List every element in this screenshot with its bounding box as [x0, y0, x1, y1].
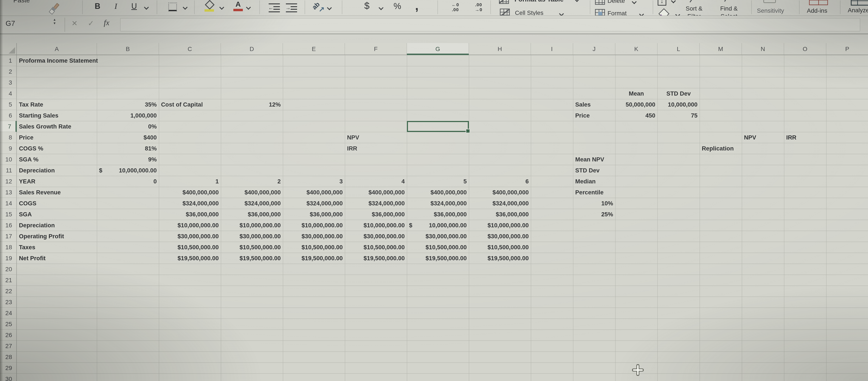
column-header-C[interactable]: C	[159, 43, 221, 55]
row-header-11[interactable]: 11	[0, 165, 17, 176]
spinner-down-icon[interactable]: ▼	[53, 21, 56, 25]
cell-D14[interactable]: $324,000,000	[221, 198, 283, 209]
row-header-29[interactable]: 29	[0, 362, 17, 374]
row-header-16[interactable]: 16	[0, 220, 17, 231]
row-header-24[interactable]: 24	[0, 308, 17, 319]
cell-H19[interactable]: $19,500,000.00	[469, 253, 531, 264]
cell-F18[interactable]: $10,500,000.00	[345, 242, 407, 253]
cell-D13[interactable]: $400,000,000	[221, 187, 283, 198]
column-header-O[interactable]: O	[784, 43, 826, 55]
row-header-15[interactable]: 15	[0, 209, 17, 220]
font-color-icon[interactable]: A	[233, 0, 243, 12]
row-header-14[interactable]: 14	[0, 198, 17, 209]
cell-E18[interactable]: $10,500,000.00	[283, 242, 345, 253]
cell-D12[interactable]: 2	[221, 176, 283, 187]
borders-dropdown-icon[interactable]	[183, 5, 188, 10]
increase-indent-icon[interactable]: →	[286, 3, 298, 12]
cell-B11[interactable]: $10,000,000.00	[97, 165, 159, 176]
fill-down-icon[interactable]: ↓	[658, 0, 666, 6]
fill-color-icon[interactable]	[204, 1, 215, 12]
add-ins-button[interactable]: Add-ins	[807, 7, 827, 14]
paste-button[interactable]: Paste	[13, 0, 30, 4]
cell-D15[interactable]: $36,000,000	[221, 209, 283, 220]
cell-G19[interactable]: $19,500,000.00	[407, 253, 469, 264]
cell-G12[interactable]: 5	[407, 176, 469, 187]
cell-G14[interactable]: $324,000,000	[407, 198, 469, 209]
column-header-B[interactable]: B	[97, 43, 159, 55]
cell-K6[interactable]: 450	[615, 110, 657, 121]
orientation-dropdown-icon[interactable]	[327, 5, 332, 10]
cell-J10[interactable]: Mean NPV	[573, 154, 615, 165]
cell-H12[interactable]: 6	[469, 176, 531, 187]
cell-C19[interactable]: $19,500,000.00	[159, 253, 221, 264]
cancel-icon[interactable]: ✕	[71, 19, 78, 28]
currency-dropdown-icon[interactable]	[379, 5, 383, 10]
decrease-indent-icon[interactable]: ←	[269, 3, 281, 12]
cell-G18[interactable]: $10,500,000.00	[407, 242, 469, 253]
underline-button[interactable]: U	[131, 2, 137, 11]
row-header-10[interactable]: 10	[0, 154, 17, 165]
cell-A14[interactable]: COGS	[17, 198, 97, 209]
column-header-J[interactable]: J	[573, 43, 615, 55]
column-header-P[interactable]: P	[826, 43, 868, 55]
sensitivity-button[interactable]: Sensitivity	[757, 7, 784, 14]
cell-H18[interactable]: $10,500,000.00	[469, 242, 531, 253]
cell-F8[interactable]: NPV	[345, 132, 407, 143]
cell-H15[interactable]: $36,000,000	[469, 209, 531, 220]
cell-C5[interactable]: Cost of Capital	[159, 99, 221, 110]
cell-B5[interactable]: 35%	[97, 99, 159, 110]
cell-C17[interactable]: $30,000,000.00	[159, 231, 221, 242]
cell-A9[interactable]: COGS %	[17, 143, 97, 154]
cell-A8[interactable]: Price	[17, 132, 97, 143]
row-header-23[interactable]: 23	[0, 297, 17, 308]
row-header-12[interactable]: 12	[0, 176, 17, 187]
row-header-3[interactable]: 3	[0, 77, 17, 88]
row-header-27[interactable]: 27	[0, 341, 17, 351]
row-header-21[interactable]: 21	[0, 275, 17, 286]
cell-A1[interactable]: Proforma Income Statement	[17, 55, 97, 66]
cell-E17[interactable]: $30,000,000.00	[283, 231, 345, 242]
selection-box[interactable]	[407, 121, 469, 132]
row-header-6[interactable]: 6	[0, 110, 17, 121]
cell-A11[interactable]: Depreciation	[17, 165, 97, 176]
column-header-F[interactable]: F	[345, 43, 407, 55]
cell-F15[interactable]: $36,000,000	[345, 209, 407, 220]
delete-icon[interactable]	[595, 0, 605, 5]
column-header-A[interactable]: A	[17, 43, 97, 55]
name-box[interactable]: G7	[6, 20, 15, 28]
row-header-2[interactable]: 2	[0, 66, 17, 77]
bold-button[interactable]: B	[95, 2, 100, 11]
row-header-19[interactable]: 19	[0, 253, 17, 264]
row-header-8[interactable]: 8	[0, 132, 17, 143]
column-header-N[interactable]: N	[742, 43, 784, 55]
cell-J5[interactable]: Sales	[573, 99, 615, 110]
cell-D16[interactable]: $10,000,000.00	[221, 220, 283, 231]
cell-E15[interactable]: $36,000,000	[283, 209, 345, 220]
cell-D19[interactable]: $19,500,000.00	[221, 253, 283, 264]
fill-dropdown-icon[interactable]	[671, 0, 676, 3]
formula-input[interactable]	[120, 18, 860, 31]
spinner-up-icon[interactable]: ▲	[53, 18, 56, 21]
increase-decimal-button[interactable]: ←0.00	[446, 2, 465, 12]
cell-H13[interactable]: $400,000,000	[469, 187, 531, 198]
cell-C16[interactable]: $10,000,000.00	[159, 220, 221, 231]
row-header-18[interactable]: 18	[0, 242, 17, 253]
comma-format-button[interactable]: ,	[415, 0, 418, 13]
select-all-corner[interactable]	[0, 43, 17, 55]
column-header-L[interactable]: L	[657, 43, 700, 55]
row-header-7[interactable]: 7	[0, 121, 17, 132]
cell-E19[interactable]: $19,500,000.00	[283, 253, 345, 264]
font-color-dropdown-icon[interactable]	[246, 5, 251, 10]
format-as-table-dropdown-icon[interactable]	[575, 0, 580, 2]
cell-C12[interactable]: 1	[159, 176, 221, 187]
cell-G17[interactable]: $30,000,000.00	[407, 231, 469, 242]
cell-A6[interactable]: Starting Sales	[17, 110, 97, 121]
cell-C15[interactable]: $36,000,000	[159, 209, 221, 220]
column-header-M[interactable]: M	[700, 43, 742, 55]
cell-F12[interactable]: 4	[345, 176, 407, 187]
row-header-4[interactable]: 4	[0, 88, 17, 99]
format-as-table-button[interactable]: Format as Table	[515, 0, 564, 3]
cell-B8[interactable]: $400	[97, 132, 159, 143]
insert-function-icon[interactable]: fx	[104, 18, 110, 27]
cell-C13[interactable]: $400,000,000	[159, 187, 221, 198]
